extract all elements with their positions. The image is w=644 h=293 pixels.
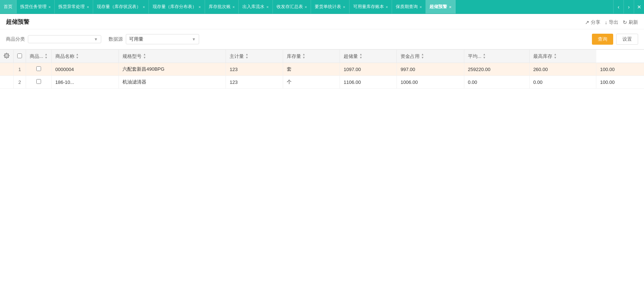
th-sort-spec[interactable]: 规格型号 ▲▼: [122, 53, 222, 60]
nav-item[interactable]: 收发存汇总表 ×: [273, 0, 311, 14]
sort-icon-over-stock: ▲▼: [359, 53, 362, 59]
table-container: 商品... ▲▼ 商品名称 ▲▼ 规格型号 ▲▼: [0, 49, 644, 89]
row-unit: 个: [283, 76, 340, 89]
th-sort-over-stock[interactable]: 超储量 ▲▼: [344, 53, 393, 60]
export-button[interactable]: ↓ 导出: [605, 19, 618, 26]
sort-icon-product-name: ▲▼: [76, 53, 79, 59]
nav-item-close[interactable]: ×: [233, 5, 235, 9]
row-num: 1: [14, 63, 26, 76]
row-capital-used: 259220.00: [464, 63, 529, 76]
table-row: 2 186-10... 机油滤清器 123 个 1106.00 1006.00 …: [0, 76, 644, 89]
nav-item[interactable]: 可用量库存账本 ×: [350, 0, 392, 14]
query-button[interactable]: 查询: [592, 34, 613, 45]
th-sort-product-code[interactable]: 商品... ▲▼: [30, 53, 48, 60]
refresh-icon: ↻: [623, 19, 627, 25]
th-capital-used: 资金占用 ▲▼: [397, 50, 464, 63]
filter-area: 商品分类 ▼ 数据源 可用量 ▼ 查询 设置: [0, 29, 644, 49]
nav-item-close[interactable]: ×: [198, 5, 201, 9]
th-checkbox: [14, 50, 26, 63]
nav-item[interactable]: 超储预警 ×: [426, 0, 455, 14]
nav-prev-arrow[interactable]: ‹: [613, 0, 623, 14]
datasource-select-value: 可用量: [129, 36, 192, 42]
page-title: 超储预警: [6, 18, 29, 26]
export-icon: ↓: [605, 19, 607, 25]
nav-item-close[interactable]: ×: [343, 5, 345, 9]
row-spec: 123: [226, 63, 283, 76]
nav-arrows: ‹ › ✕: [613, 0, 644, 14]
row-capital-used: 0.00: [464, 76, 529, 89]
nav-item[interactable]: 现存量（库存状况表） ×: [93, 0, 149, 14]
table-row: 1 0000004 六配套新昌490BPG 123 套 1097.00 997.…: [0, 63, 644, 76]
th-avg: 平均... ▲▼: [464, 50, 529, 63]
nav-item-close[interactable]: ×: [266, 5, 268, 9]
row-over-stock: 997.00: [397, 63, 464, 76]
th-gear: [0, 50, 14, 63]
th-sort-product-name[interactable]: 商品名称 ▲▼: [55, 53, 115, 60]
nav-item-close[interactable]: ×: [305, 5, 307, 9]
th-product-name: 商品名称 ▲▼: [51, 50, 118, 63]
sort-icon-product-code: ▲▼: [45, 53, 48, 59]
row-num: 2: [14, 76, 26, 89]
gear-icon[interactable]: [4, 53, 10, 59]
row-checkbox-cell: [26, 63, 52, 76]
th-stock: 库存量 ▲▼: [283, 50, 340, 63]
sort-icon-capital-used: ▲▼: [421, 53, 424, 59]
th-product-code: 商品... ▲▼: [26, 50, 52, 63]
nav-item[interactable]: 出入库流水 ×: [239, 0, 272, 14]
datasource-filter-group: 数据源 可用量 ▼: [109, 34, 199, 44]
refresh-button[interactable]: ↻ 刷新: [623, 19, 638, 26]
nav-item-close[interactable]: ×: [420, 5, 422, 9]
th-sort-avg[interactable]: 平均... ▲▼: [468, 53, 526, 60]
th-spec: 规格型号 ▲▼: [119, 50, 226, 63]
nav-item[interactable]: 保质期查询 ×: [392, 0, 426, 14]
th-sort-capital-used[interactable]: 资金占用 ▲▼: [400, 53, 460, 60]
row-checkbox[interactable]: [36, 66, 41, 71]
category-select[interactable]: ▼: [28, 35, 101, 43]
row-spec: 123: [226, 76, 283, 89]
row-checkbox[interactable]: [36, 79, 41, 84]
th-sort-max-stock[interactable]: 最高库存 ▲▼: [533, 53, 593, 60]
nav-item[interactable]: 库存批次账 ×: [205, 0, 239, 14]
sort-icon-avg: ▲▼: [483, 53, 486, 59]
sort-icon-spec: ▲▼: [143, 53, 146, 59]
nav-next-arrow[interactable]: ›: [623, 0, 634, 14]
nav-item[interactable]: 拣货任务管理 ×: [17, 0, 55, 14]
sort-icon-stock: ▲▼: [303, 53, 305, 59]
main-table: 商品... ▲▼ 商品名称 ▲▼ 规格型号 ▲▼: [0, 49, 644, 89]
nav-item-close[interactable]: ×: [48, 5, 51, 9]
th-max-stock: 最高库存 ▲▼: [529, 50, 596, 63]
share-icon: ↗: [585, 19, 589, 25]
row-product-name: 六配套新昌490BPG: [119, 63, 226, 76]
top-nav: 首页拣货任务管理 ×拣货异常处理 ×现存量（库存状况表） ×现存量（库存分布表）…: [0, 0, 644, 14]
row-avg: 0.00: [529, 76, 596, 89]
row-over-stock: 1006.00: [397, 76, 464, 89]
filter-buttons: 查询 设置: [592, 34, 638, 45]
datasource-select-arrow: ▼: [192, 37, 196, 41]
nav-item-close[interactable]: ×: [449, 5, 451, 9]
row-gear: [0, 76, 14, 89]
datasource-label: 数据源: [109, 36, 123, 42]
row-unit: 套: [283, 63, 340, 76]
datasource-select[interactable]: 可用量 ▼: [126, 34, 199, 44]
share-button[interactable]: ↗ 分享: [585, 19, 600, 26]
th-sort-stock[interactable]: 库存量 ▲▼: [287, 53, 336, 60]
nav-item[interactable]: 拣货异常处理 ×: [55, 0, 93, 14]
select-all-checkbox[interactable]: [17, 53, 22, 58]
sort-icon-max-stock: ▲▼: [554, 53, 557, 59]
nav-item-close[interactable]: ×: [87, 5, 89, 9]
th-over-stock: 超储量 ▲▼: [340, 50, 396, 63]
th-sort-unit[interactable]: 主计量 ▲▼: [230, 53, 279, 60]
page-content: 超储预警 ↗ 分享 ↓ 导出 ↻ 刷新 商品分类 ▼ 数据源: [0, 14, 644, 293]
nav-item[interactable]: 现存量（库存分布表） ×: [149, 0, 205, 14]
nav-item[interactable]: 要货单统计表 ×: [311, 0, 349, 14]
row-checkbox-cell: [26, 76, 52, 89]
nav-item-close[interactable]: ×: [143, 5, 145, 9]
category-select-arrow: ▼: [94, 37, 98, 41]
nav-close-arrow[interactable]: ✕: [634, 0, 644, 14]
row-gear: [0, 63, 14, 76]
settings-button[interactable]: 设置: [616, 34, 638, 45]
table-header-row: 商品... ▲▼ 商品名称 ▲▼ 规格型号 ▲▼: [0, 50, 644, 63]
nav-item[interactable]: 首页: [0, 0, 17, 14]
nav-item-close[interactable]: ×: [386, 5, 388, 9]
sort-icon-unit: ▲▼: [245, 53, 248, 59]
